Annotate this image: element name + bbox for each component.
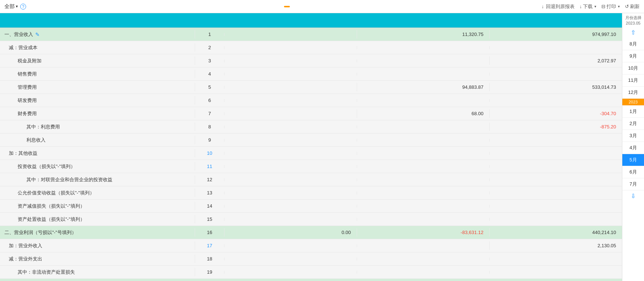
row-item-label: 一、营业收入 ✎ xyxy=(0,30,195,39)
print-btn[interactable]: ⊟ 打印 ▾ xyxy=(601,3,620,10)
month-item[interactable]: 10月 xyxy=(622,62,644,74)
row-line-no: 10 xyxy=(195,149,224,157)
scope-dropdown-icon: ▾ xyxy=(16,4,18,9)
row-last-year: 2,072.97 xyxy=(489,56,622,65)
row-last-year xyxy=(489,218,622,221)
month-item[interactable]: 9月 xyxy=(622,50,644,62)
row-line-no: 3 xyxy=(195,56,224,65)
table-row: 研发费用 6 xyxy=(0,94,622,107)
row-year-total xyxy=(357,258,489,260)
row-item-label: 加：营业外收入 xyxy=(0,241,195,251)
row-last-year xyxy=(489,73,622,76)
row-current-month xyxy=(224,139,357,142)
month-item[interactable]: 8月 xyxy=(622,38,644,50)
table-row: 三、利润总额（亏损总额以"-"号填列） 20 0.00 -83,631.12 4… xyxy=(0,279,622,281)
download-dropdown-icon: ▾ xyxy=(594,4,596,8)
row-current-month xyxy=(224,125,357,128)
row-year-total: 68.00 xyxy=(357,109,489,118)
table-row: 加：其他收益 10 xyxy=(0,147,622,160)
row-last-year xyxy=(489,46,622,49)
row-line-no: 14 xyxy=(195,202,224,210)
back-icon: ↓ xyxy=(542,4,544,9)
row-item-label: 其中：利息费用 xyxy=(0,122,195,132)
row-item-label: 利息收入 xyxy=(0,135,195,145)
row-year-total xyxy=(357,73,489,76)
row-current-month xyxy=(224,46,357,49)
row-last-year: -875.20 xyxy=(489,123,622,131)
row-current-month xyxy=(224,99,357,102)
row-item-label: 研发费用 xyxy=(0,96,195,105)
table-row: 投资收益（损失以"-"填列） 11 xyxy=(0,160,622,173)
row-item-label: 减：营业成本 xyxy=(0,43,195,52)
back-btn[interactable]: ↓ 回退到原报表 xyxy=(542,3,575,10)
table-row: 二、营业利润（亏损以"-"号填列） 16 0.00 -83,631.12 440… xyxy=(0,226,622,239)
month-item[interactable]: 11月 xyxy=(622,74,644,87)
row-current-month xyxy=(224,33,357,36)
row-line-no: 11 xyxy=(195,162,224,171)
row-item-label: 公允价值变动收益（损失以"-"填列） xyxy=(0,188,195,198)
row-current-month xyxy=(224,205,357,208)
month-item[interactable]: 2月 xyxy=(622,118,644,130)
row-year-total: 94,883.87 xyxy=(357,83,489,91)
row-year-total xyxy=(357,152,489,155)
row-item-label: 销售费用 xyxy=(0,69,195,79)
table-body: 一、营业收入 ✎ 1 11,320.75 974,997.10 减：营业成本 2… xyxy=(0,28,622,281)
month-item[interactable]: 2023 xyxy=(622,99,644,106)
table-row: 税金及附加 3 2,072.97 xyxy=(0,54,622,67)
month-item[interactable]: 7月 xyxy=(622,178,644,190)
table-row: 资产处置收益（损失以"-"填列） 15 xyxy=(0,213,622,226)
table-row: 其中：利息费用 8 -875.20 xyxy=(0,120,622,134)
edit-icon[interactable]: ✎ xyxy=(35,32,40,37)
row-year-total xyxy=(357,139,489,142)
month-item[interactable]: 6月 xyxy=(622,166,644,178)
row-current-month xyxy=(224,112,357,115)
help-icon[interactable]: ? xyxy=(20,4,26,10)
row-last-year xyxy=(489,258,622,260)
row-last-year: 974,997.10 xyxy=(489,30,622,39)
row-last-year xyxy=(489,152,622,155)
print-dropdown-icon: ▾ xyxy=(618,4,620,8)
row-current-month xyxy=(224,165,357,168)
month-item[interactable]: 5月 xyxy=(622,154,644,166)
content-area: 一、营业收入 ✎ 1 11,320.75 974,997.10 减：营业成本 2… xyxy=(0,13,622,281)
row-current-month xyxy=(224,258,357,260)
row-line-no: 7 xyxy=(195,109,224,118)
row-current-month xyxy=(224,271,357,274)
month-sidebar-date: 2023.05 xyxy=(626,21,641,27)
print-icon: ⊟ xyxy=(601,4,605,9)
row-current-month xyxy=(224,178,357,181)
row-year-total xyxy=(357,46,489,49)
row-year-total xyxy=(357,125,489,128)
month-item[interactable]: 4月 xyxy=(622,142,644,154)
month-prev-btn[interactable]: ⇧ xyxy=(622,27,644,38)
row-line-no: 19 xyxy=(195,268,224,276)
scope-selector[interactable]: 全部 ▾ xyxy=(4,3,18,10)
month-sidebar: 月份选择 2023.05 ⇧ 8月9月10月11月12月20231月2月3月4月… xyxy=(622,13,644,281)
row-line-no: 2 xyxy=(195,43,224,52)
month-item[interactable]: 12月 xyxy=(622,87,644,99)
month-next-btn[interactable]: ⇩ xyxy=(622,190,644,202)
month-sidebar-title: 月份选择 xyxy=(625,13,641,21)
table-row: 管理费用 5 94,883.87 533,014.73 xyxy=(0,81,622,94)
row-line-no: 16 xyxy=(195,228,224,237)
row-year-total xyxy=(357,99,489,102)
refresh-btn[interactable]: ↺ 刷新 xyxy=(625,3,640,10)
month-item[interactable]: 3月 xyxy=(622,130,644,142)
row-line-no: 15 xyxy=(195,215,224,223)
row-item-label: 其中：非流动资产处置损失 xyxy=(0,267,195,277)
row-current-month xyxy=(224,86,357,89)
top-bar-actions: ↓ 回退到原报表 ↓ 下载 ▾ ⊟ 打印 ▾ ↺ 刷新 xyxy=(542,3,640,10)
row-current-month xyxy=(224,59,357,62)
main-layout: 一、营业收入 ✎ 1 11,320.75 974,997.10 减：营业成本 2… xyxy=(0,13,644,281)
month-nav: 8月9月10月11月12月20231月2月3月4月5月6月7月 xyxy=(622,38,644,190)
row-last-year xyxy=(489,271,622,274)
row-current-month xyxy=(224,218,357,221)
row-last-year xyxy=(489,191,622,194)
row-year-total: 11,320.75 xyxy=(357,30,489,39)
month-item[interactable]: 1月 xyxy=(622,106,644,118)
row-line-no: 6 xyxy=(195,96,224,105)
row-last-year: -304.70 xyxy=(489,109,622,118)
table-row: 一、营业收入 ✎ 1 11,320.75 974,997.10 xyxy=(0,28,622,41)
download-btn[interactable]: ↓ 下载 ▾ xyxy=(580,3,597,10)
table-row: 资产减值损失（损失以"-"填列） 14 xyxy=(0,200,622,213)
